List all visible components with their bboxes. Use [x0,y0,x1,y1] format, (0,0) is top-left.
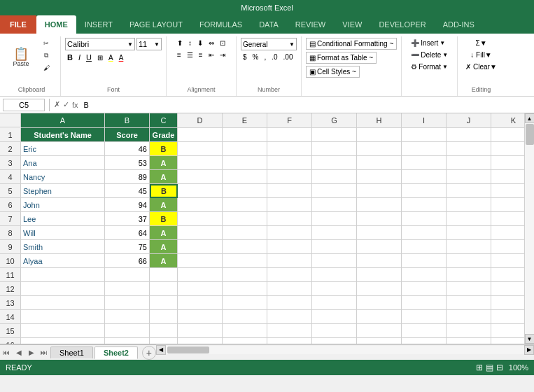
cell-r14c10[interactable] [447,310,491,324]
cell-r1c5[interactable] [223,128,267,142]
sheet-nav-next[interactable]: ▶ [25,346,38,359]
tab-formulas[interactable]: FORMULAS [191,15,251,34]
cell-r15c4[interactable] [178,324,223,338]
cell-r6c5[interactable] [223,198,267,212]
cell-r8c7[interactable] [312,226,357,240]
row-header-1[interactable]: 1 [0,128,21,142]
cell-r3c8[interactable] [357,156,402,170]
cell-r10c3[interactable]: A [150,254,178,268]
h-scroll-thumb[interactable] [167,346,209,354]
cell-r12c10[interactable] [447,282,491,296]
cell-r13c10[interactable] [447,296,491,310]
cell-r16c11[interactable] [491,338,524,344]
wrap-text-button[interactable]: ⇔ [206,38,216,48]
sheet-tab-2[interactable]: Sheet2 [94,346,138,359]
align-right-button[interactable]: ≡ [197,50,205,60]
row-header-2[interactable]: 2 [0,142,21,156]
cell-r2c8[interactable] [357,142,402,156]
cell-r1c4[interactable] [178,128,223,142]
cell-r9c6[interactable] [267,240,312,254]
cell-r12c8[interactable] [357,282,402,296]
align-center-button[interactable]: ☰ [185,50,195,60]
cell-r4c7[interactable] [312,170,357,184]
cell-r5c1[interactable]: Stephen [21,184,105,198]
border-button[interactable]: ⊞ [95,52,105,63]
cell-r10c10[interactable] [447,254,491,268]
confirm-formula-icon[interactable]: ✓ [63,100,69,109]
cell-r3c3[interactable]: A [150,156,178,170]
font-color-button[interactable]: A [117,52,126,63]
cell-r5c6[interactable] [267,184,312,198]
cell-r2c3[interactable]: B [150,142,178,156]
cell-r12c4[interactable] [178,282,223,296]
cell-r9c11[interactable] [491,240,524,254]
cell-r15c5[interactable] [223,324,267,338]
cell-r9c1[interactable]: Smith [21,240,105,254]
insert-button[interactable]: ➕ Insert ▼ [407,38,449,48]
cell-r12c5[interactable] [223,282,267,296]
cell-r4c1[interactable]: Nancy [21,170,105,184]
cell-r15c8[interactable] [357,324,402,338]
row-header-3[interactable]: 3 [0,156,21,170]
cell-r8c1[interactable]: Will [21,226,105,240]
row-header-16[interactable]: 16 [0,338,21,344]
bold-button[interactable]: B [65,52,75,63]
cell-r5c2[interactable]: 45 [105,184,150,198]
cell-r13c4[interactable] [178,296,223,310]
cell-r9c3[interactable]: A [150,240,178,254]
cell-r13c5[interactable] [223,296,267,310]
cell-r3c2[interactable]: 53 [105,156,150,170]
cell-r12c1[interactable] [21,282,105,296]
cell-r3c7[interactable] [312,156,357,170]
cell-r10c4[interactable] [178,254,223,268]
cell-r3c4[interactable] [178,156,223,170]
cell-r12c3[interactable] [150,282,178,296]
cell-r6c8[interactable] [357,198,402,212]
cell-r1c8[interactable] [357,128,402,142]
cell-r16c7[interactable] [312,338,357,344]
cancel-formula-icon[interactable]: ✗ [54,100,60,109]
cell-r10c1[interactable]: Alyaa [21,254,105,268]
cell-r11c9[interactable] [402,268,447,282]
tab-review[interactable]: REVIEW [287,15,334,34]
cell-r2c1[interactable]: Eric [21,142,105,156]
cell-reference-input[interactable]: C5 [3,99,45,111]
cell-r14c9[interactable] [402,310,447,324]
sheet-nav-last[interactable]: ⏭ [38,346,50,359]
cell-r14c1[interactable] [21,310,105,324]
comma-button[interactable]: , [262,52,268,62]
cell-r5c8[interactable] [357,184,402,198]
cell-r3c1[interactable]: Ana [21,156,105,170]
cell-r3c11[interactable] [491,156,524,170]
cell-r11c7[interactable] [312,268,357,282]
fill-color-button[interactable]: A [106,52,115,63]
cell-r5c3[interactable]: B [150,184,178,198]
cell-r11c5[interactable] [223,268,267,282]
cell-r9c2[interactable]: 75 [105,240,150,254]
cell-r15c2[interactable] [105,324,150,338]
cell-r2c2[interactable]: 46 [105,142,150,156]
cell-r1c10[interactable] [447,128,491,142]
scroll-right-button[interactable]: ▶ [524,345,534,355]
cell-r4c2[interactable]: 89 [105,170,150,184]
scroll-down-button[interactable]: ▼ [525,334,535,344]
col-header-a[interactable]: A [21,113,105,127]
cell-r7c8[interactable] [357,212,402,226]
cell-r5c10[interactable] [447,184,491,198]
cell-r2c11[interactable] [491,142,524,156]
cell-r9c4[interactable] [178,240,223,254]
cell-r5c11[interactable] [491,184,524,198]
cell-r10c11[interactable] [491,254,524,268]
align-middle-button[interactable]: ↕ [186,38,194,48]
cell-r7c4[interactable] [178,212,223,226]
cell-r16c3[interactable] [150,338,178,344]
cell-r1c2[interactable]: Score [105,128,150,142]
row-header-14[interactable]: 14 [0,310,21,324]
cell-r8c2[interactable]: 64 [105,226,150,240]
cell-r13c8[interactable] [357,296,402,310]
scroll-left-button[interactable]: ◀ [156,345,166,355]
format-painter-button[interactable]: 🖌 [36,62,56,74]
cell-r10c5[interactable] [223,254,267,268]
cell-r4c11[interactable] [491,170,524,184]
number-format-selector[interactable]: General ▼ [241,38,297,50]
